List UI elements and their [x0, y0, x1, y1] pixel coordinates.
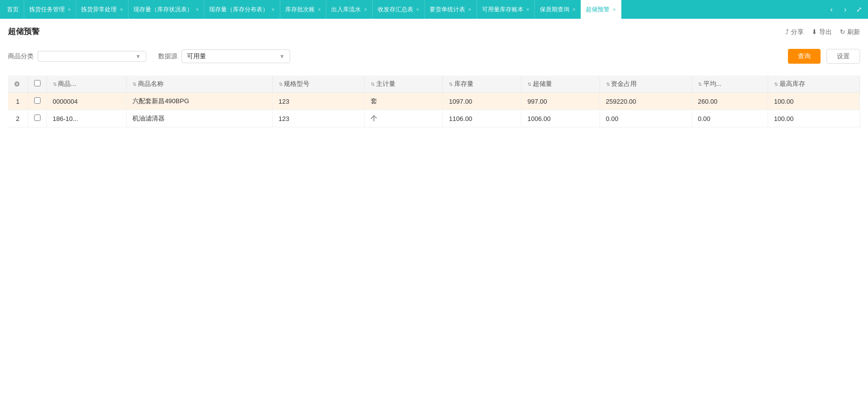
row-unit: 套 [364, 93, 443, 110]
row-checkbox-cell [28, 93, 46, 110]
row-overstock: 997.00 [521, 93, 600, 110]
category-filter: 商品分类 ▼ [8, 51, 146, 62]
datasource-select[interactable]: 可用量 ▼ [181, 49, 290, 63]
close-icon[interactable]: × [612, 6, 615, 12]
category-select[interactable]: ▼ [38, 51, 146, 62]
refresh-icon: ↻ [840, 28, 845, 36]
nav-arrows: ‹ › ⤢ [825, 0, 866, 19]
row-product-code: 0000004 [46, 93, 127, 110]
header-actions: ⤴ 分享 ⬇ 导出 ↻ 刷新 [785, 28, 860, 37]
nav-tab-home[interactable]: 首页 [2, 0, 24, 19]
share-button[interactable]: ⤴ 分享 [785, 28, 804, 37]
table-header-row: ⚙ ⇅ 商品... ⇅ 商品名称 ⇅ 规格型号 ⇅ [8, 76, 860, 93]
column-settings-button[interactable]: ⚙ [14, 80, 20, 88]
page-content: 超储预警 ⤴ 分享 ⬇ 导出 ↻ 刷新 商品分类 ▼ 数据源 [0, 19, 868, 135]
nav-prev-button[interactable]: ‹ [825, 0, 838, 19]
row-overstock: 1006.00 [521, 110, 600, 127]
close-icon[interactable]: × [416, 6, 419, 12]
column-capital[interactable]: ⇅ 资金占用 [600, 76, 692, 93]
column-settings: ⚙ [8, 76, 28, 93]
row-unit: 个 [364, 110, 443, 127]
top-nav: 首页 拣货任务管理 × 拣货异常处理 × 现存量（库存状况表） × 现存量（库存… [0, 0, 868, 19]
column-product-name[interactable]: ⇅ 商品名称 [127, 76, 272, 93]
nav-tab-pick-task[interactable]: 拣货任务管理 × [24, 0, 76, 19]
nav-tab-overstock[interactable]: 超储预警 × [581, 0, 621, 19]
nav-tab-pick-exception[interactable]: 拣货异常处理 × [76, 0, 128, 19]
sort-icon: ⇅ [774, 81, 780, 87]
row-number: 2 [8, 110, 28, 127]
nav-tab-stock-dist[interactable]: 现存量（库存分布表） × [204, 0, 280, 19]
nav-tab-order-stats[interactable]: 要货单统计表 × [425, 0, 477, 19]
data-table: ⚙ ⇅ 商品... ⇅ 商品名称 ⇅ 规格型号 ⇅ [8, 76, 860, 127]
close-icon[interactable]: × [364, 6, 367, 12]
datasource-label: 数据源 [158, 52, 177, 61]
page-header: 超储预警 ⤴ 分享 ⬇ 导出 ↻ 刷新 [8, 27, 860, 37]
column-checkbox [28, 76, 46, 93]
row-product-code: 186-10... [46, 110, 127, 127]
chevron-down-icon: ▼ [135, 53, 141, 59]
row-number: 1 [8, 93, 28, 110]
sort-icon: ⇅ [371, 81, 376, 87]
column-overstock[interactable]: ⇅ 超储量 [521, 76, 600, 93]
close-icon[interactable]: × [271, 6, 274, 12]
row-checkbox[interactable] [34, 97, 41, 104]
row-stock: 1106.00 [443, 110, 521, 127]
category-label: 商品分类 [8, 52, 34, 61]
table-row: 2 186-10... 机油滤清器 123 个 1106.00 1006.00 … [8, 110, 860, 127]
row-checkbox[interactable] [34, 115, 41, 121]
select-all-checkbox[interactable] [34, 80, 41, 86]
row-max-stock: 100.00 [768, 110, 860, 127]
row-capital: 259220.00 [600, 93, 692, 110]
page-title: 超储预警 [8, 27, 40, 37]
sort-icon: ⇅ [698, 81, 703, 87]
nav-tab-available-stock[interactable]: 可用量库存账本 × [477, 0, 535, 19]
refresh-button[interactable]: ↻ 刷新 [840, 28, 860, 37]
export-icon: ⬇ [812, 28, 817, 36]
close-icon[interactable]: × [120, 6, 123, 12]
close-icon[interactable]: × [196, 6, 199, 12]
row-avg: 260.00 [692, 93, 768, 110]
query-button[interactable]: 查询 [788, 49, 821, 64]
column-product-code[interactable]: ⇅ 商品... [46, 76, 127, 93]
filter-actions: 查询 设置 [788, 49, 860, 64]
nav-tab-expiry[interactable]: 保质期查询 × [535, 0, 581, 19]
share-icon: ⤴ [785, 28, 789, 36]
sort-icon: ⇅ [527, 81, 533, 87]
nav-tab-flow[interactable]: 出入库流水 × [326, 0, 372, 19]
close-icon[interactable]: × [526, 6, 529, 12]
row-spec: 123 [272, 110, 364, 127]
row-checkbox-cell [28, 110, 46, 127]
nav-tab-stock-status[interactable]: 现存量（库存状况表） × [129, 0, 204, 19]
row-product-name: 机油滤清器 [127, 110, 272, 127]
sort-icon: ⇅ [449, 81, 454, 87]
datasource-filter: 数据源 可用量 ▼ [158, 49, 290, 63]
row-product-name: 六配套新昌490BPG [127, 93, 272, 110]
column-max-stock[interactable]: ⇅ 最高库存 [768, 76, 860, 93]
row-spec: 123 [272, 93, 364, 110]
row-avg: 0.00 [692, 110, 768, 127]
settings-button[interactable]: 设置 [826, 49, 860, 64]
column-stock[interactable]: ⇅ 库存量 [443, 76, 521, 93]
column-avg[interactable]: ⇅ 平均... [692, 76, 768, 93]
column-unit[interactable]: ⇅ 主计量 [364, 76, 443, 93]
close-icon[interactable]: × [572, 6, 575, 12]
export-button[interactable]: ⬇ 导出 [812, 28, 832, 37]
row-stock: 1097.00 [443, 93, 521, 110]
close-icon[interactable]: × [318, 6, 321, 12]
filter-row: 商品分类 ▼ 数据源 可用量 ▼ 查询 设置 [8, 45, 860, 68]
sort-icon: ⇅ [279, 81, 284, 87]
row-max-stock: 100.00 [768, 93, 860, 110]
sort-icon: ⇅ [132, 81, 138, 87]
sort-icon: ⇅ [606, 81, 611, 87]
chevron-down-icon: ▼ [279, 53, 285, 59]
nav-tab-summary[interactable]: 收发存汇总表 × [373, 0, 425, 19]
sort-icon: ⇅ [53, 81, 58, 87]
datasource-value: 可用量 [187, 52, 206, 61]
close-icon[interactable]: × [68, 6, 71, 12]
row-capital: 0.00 [600, 110, 692, 127]
column-spec[interactable]: ⇅ 规格型号 [272, 76, 364, 93]
nav-expand-button[interactable]: ⤢ [852, 0, 866, 19]
nav-next-button[interactable]: › [838, 0, 852, 19]
close-icon[interactable]: × [468, 6, 471, 12]
nav-tab-stock-batch[interactable]: 库存批次账 × [280, 0, 326, 19]
